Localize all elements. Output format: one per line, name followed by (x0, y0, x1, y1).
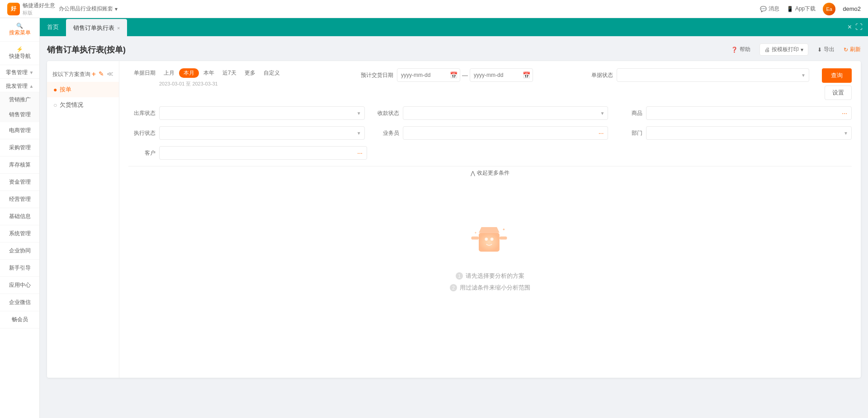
date-label: 单据日期 (128, 69, 156, 77)
settings-button[interactable]: 设置 (825, 86, 852, 100)
collect-status-label: 收款状态 (372, 109, 399, 117)
nav-item-by-order[interactable]: ● 按单 (47, 82, 119, 97)
salesperson-label: 业务员 (372, 129, 399, 137)
customer-input[interactable] (159, 146, 367, 160)
message-button[interactable]: 💬 消息 (760, 5, 779, 13)
message-icon: 💬 (760, 6, 767, 12)
out-status-control: ▼ (159, 106, 365, 120)
sidebar-item-marketing[interactable]: 营销推广 (0, 92, 39, 107)
left-nav: 按以下方案查询 + ✎ ≪ ● 按单 ○ 欠货情况 (47, 61, 119, 378)
filter-area: 单据日期 上月 本月 本年 近7天 更多 自定义 2023-03-0 (119, 61, 861, 378)
out-status-select[interactable] (159, 106, 365, 120)
collect-status-group: 收款状态 ▼ (372, 106, 609, 120)
print-button[interactable]: 🖨 按模板打印 ▾ (760, 43, 808, 56)
out-status-label: 出库状态 (128, 109, 156, 117)
breadcrumb[interactable]: 办公用品行业模拟账套 ▾ (59, 5, 118, 13)
export-button[interactable]: ⬇ 导出 (814, 44, 838, 55)
salesperson-control: ··· (403, 126, 609, 140)
sidebar-item-system[interactable]: 系统管理 (0, 225, 39, 242)
help-button[interactable]: ❓ 帮助 (727, 44, 754, 55)
sidebar-item-retail[interactable]: 零售管理 ▼ (0, 65, 39, 79)
left-nav-icons: + ✎ ≪ (92, 70, 113, 78)
nav-item-by-debt[interactable]: ○ 欠货情况 (47, 97, 119, 113)
sidebar-item-corp[interactable]: 企业协同 (0, 242, 39, 260)
salesperson-more-icon[interactable]: ··· (597, 129, 606, 137)
goods-control: ··· (646, 106, 852, 120)
expand-icon: ▼ (29, 70, 34, 75)
refresh-button[interactable]: ↻ 刷新 (844, 46, 861, 53)
more-date-btn[interactable]: 更多 (241, 68, 259, 78)
collapse-conditions-button[interactable]: ⋀ 收起更多条件 (128, 166, 852, 180)
doc-status-control: ▼ (617, 68, 809, 82)
logo-area: 好 畅捷通好生意 标版 (7, 2, 55, 16)
export-icon: ⬇ (817, 47, 822, 53)
exec-status-group: 执行状态 ▼ (128, 126, 365, 140)
customer-more-icon[interactable]: ··· (355, 149, 364, 157)
recent7-btn[interactable]: 近7天 (219, 68, 240, 78)
filter-row-3: 执行状态 ▼ 业务员 ··· 部门 (128, 126, 852, 140)
add-scheme-button[interactable]: + (92, 70, 96, 78)
sidebar-item-vip[interactable]: 畅会员 (0, 311, 39, 328)
logo-text: 畅捷通好生意 标版 (23, 2, 55, 16)
sidebar-item-finance[interactable]: 资金管理 (0, 174, 39, 191)
exec-status-control: ▼ (159, 126, 365, 140)
date-start-icon: 📅 (450, 71, 458, 79)
dept-select[interactable] (646, 126, 852, 140)
salesperson-input[interactable] (403, 126, 609, 140)
custom-date-btn[interactable]: 自定义 (260, 68, 283, 78)
sidebar-item-purchase[interactable]: 采购管理 (0, 139, 39, 157)
window-close-button[interactable]: × (848, 23, 852, 31)
sidebar-item-guide[interactable]: 新手引导 (0, 260, 39, 277)
sidebar-item-apps[interactable]: 应用中心 (0, 277, 39, 294)
refresh-icon: ↻ (844, 47, 848, 53)
prev-month-btn[interactable]: 上月 (160, 68, 178, 78)
customer-group: 客户 ··· (128, 146, 367, 160)
tab-close-icon[interactable]: × (117, 25, 120, 31)
goods-group: 商品 ··· (615, 106, 852, 120)
empty-tip-2: 2 用过滤条件来缩小分析范围 (450, 284, 530, 292)
expand-icon: ▲ (29, 84, 34, 89)
date-range-text: 2023-03-01 至 2023-03-31 (159, 81, 218, 87)
tab-home[interactable]: 首页 (40, 18, 66, 36)
sidebar-item-wholesale[interactable]: 批发管理 ▲ (0, 79, 39, 92)
svg-text:✦: ✦ (502, 227, 505, 232)
sidebar-item-sales[interactable]: 销售管理 (0, 107, 39, 122)
sidebar-search[interactable]: 🔍 搜索菜单 (0, 18, 39, 42)
goods-more-icon[interactable]: ··· (840, 109, 849, 117)
curr-month-btn[interactable]: 本月 (179, 68, 199, 78)
exec-status-select[interactable] (159, 126, 365, 140)
svg-marker-1 (479, 227, 500, 233)
date-separator: — (462, 72, 468, 79)
page-title: 销售订单执行表(按单) (47, 44, 126, 55)
app-download-button[interactable]: 📱 App下载 (787, 5, 816, 13)
nav-item-icon: ● (53, 86, 57, 93)
sidebar-quick-nav[interactable]: ⚡ 快捷导航 (0, 42, 39, 65)
tab-sales-order[interactable]: 销售订单执行表 × (66, 19, 127, 37)
nav-item-icon: ○ (53, 101, 57, 109)
sidebar-item-wechat[interactable]: 企业微信 (0, 294, 39, 311)
window-expand-button[interactable]: ⛶ (855, 23, 863, 31)
main-content: 销售订单执行表(按单) ❓ 帮助 🖨 按模板打印 ▾ ⬇ 导出 ↻ 刷新 (40, 36, 868, 418)
forecast-date-range: 📅 — 📅 (397, 68, 533, 82)
empty-illustration: ✦ ✦ (467, 216, 513, 261)
sidebar-item-inventory[interactable]: 库存核算 (0, 157, 39, 174)
curr-year-btn[interactable]: 本年 (200, 68, 218, 78)
page-header: 销售订单执行表(按单) ❓ 帮助 🖨 按模板打印 ▾ ⬇ 导出 ↻ 刷新 (47, 43, 861, 56)
collapse-nav-button[interactable]: ≪ (107, 70, 113, 78)
doc-status-select[interactable] (617, 68, 809, 82)
print-icon: 🖨 (764, 47, 770, 53)
sidebar-item-operation[interactable]: 经营管理 (0, 191, 39, 208)
user-name[interactable]: demo2 (843, 5, 861, 12)
sidebar-item-ecommerce[interactable]: 电商管理 (0, 122, 39, 139)
tab-bar-right: × ⛶ (848, 23, 868, 31)
svg-text:✦: ✦ (474, 231, 477, 234)
collect-status-select[interactable] (403, 106, 609, 120)
goods-input[interactable] (646, 106, 852, 120)
avatar[interactable]: Ea (823, 3, 835, 15)
filter-row-4: 客户 ··· (128, 146, 367, 160)
sidebar-item-basic[interactable]: 基础信息 (0, 208, 39, 225)
edit-scheme-button[interactable]: ✎ (99, 70, 104, 78)
search-button[interactable]: 查询 (822, 68, 852, 83)
doc-status-label: 单据状态 (586, 71, 613, 79)
tab-bar: 首页 销售订单执行表 × × ⛶ (0, 18, 868, 36)
